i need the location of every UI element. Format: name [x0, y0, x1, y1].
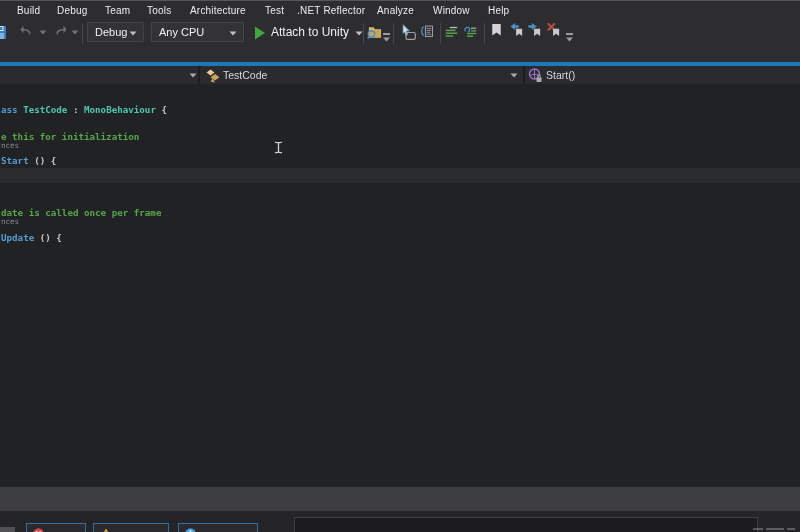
errors-filter-button[interactable] — [26, 523, 86, 532]
chevron-down-icon — [129, 31, 137, 36]
quick-info-icon[interactable] — [400, 24, 416, 40]
parameter-info-icon[interactable] — [420, 23, 434, 40]
undo-dropdown-icon[interactable] — [39, 30, 47, 35]
chevron-down-icon — [510, 73, 518, 78]
codelens-references: nces — [1, 141, 19, 150]
error-list-search-input[interactable] — [294, 517, 758, 532]
warning-icon — [100, 528, 112, 532]
redo-dropdown-icon[interactable] — [71, 30, 79, 35]
toolbar: Debug Any CPU Attach to Unity — [0, 19, 800, 49]
code-line: Update () { — [1, 231, 62, 244]
menu-item-architecture[interactable]: Architecture — [190, 2, 246, 19]
error-list-panel — [0, 511, 800, 532]
bottom-right-smudge — [753, 527, 797, 532]
class-icon — [206, 69, 220, 83]
comment-lines-icon[interactable] — [445, 24, 458, 40]
type-dropdown[interactable]: TestCode — [200, 66, 522, 85]
menu-item-analyze[interactable]: Analyze — [377, 2, 414, 19]
ibeam-cursor-icon — [273, 141, 284, 154]
code-line: ass TestCode : MonoBehaviour { — [1, 103, 167, 116]
messages-filter-button[interactable] — [178, 523, 258, 532]
scrollbar-corner-block — [0, 527, 15, 532]
toolbar-separator — [82, 23, 83, 44]
code-editor[interactable]: ass TestCode : MonoBehaviour {e this for… — [0, 84, 800, 487]
codelens-references: nces — [1, 217, 19, 226]
save-all-icon[interactable] — [0, 24, 8, 41]
menu-item-build[interactable]: Build — [17, 2, 40, 19]
message-icon — [185, 528, 196, 532]
toolbar-separator — [484, 23, 485, 44]
undo-icon[interactable] — [20, 24, 35, 39]
menu-item-net-reflector[interactable]: .NET Reflector — [297, 2, 365, 19]
menu-bar: BuildDebugTeamToolsArchitectureTest.NET … — [0, 2, 800, 19]
member-dropdown-value: Start() — [546, 69, 575, 82]
menu-item-team[interactable]: Team — [105, 2, 130, 19]
type-dropdown-value: TestCode — [223, 69, 267, 82]
redo-icon[interactable] — [52, 24, 67, 39]
solution-configuration-dropdown[interactable]: Debug — [87, 22, 144, 42]
toggle-bookmark-icon[interactable] — [491, 23, 502, 37]
attach-dropdown-icon[interactable] — [355, 31, 363, 36]
horizontal-scrollbar-band[interactable] — [0, 487, 800, 511]
navigation-bar: TestCode Start() — [0, 66, 800, 84]
find-options-dropdown-icon[interactable] — [382, 33, 391, 42]
toolbar-separator — [363, 23, 364, 44]
menu-item-test[interactable]: Test — [265, 2, 284, 19]
code-area: ass TestCode : MonoBehaviour {e this for… — [0, 84, 800, 487]
previous-bookmark-icon[interactable] — [510, 22, 523, 37]
project-dropdown[interactable] — [0, 66, 197, 85]
member-dropdown[interactable]: Start() — [525, 66, 800, 85]
menu-item-window[interactable]: Window — [433, 2, 470, 19]
visual-studio-window: BuildDebugTeamToolsArchitectureTest.NET … — [0, 0, 800, 532]
menu-item-tools[interactable]: Tools — [147, 2, 171, 19]
code-line: date is called once per frame — [1, 206, 161, 219]
solution-platform-value: Any CPU — [159, 26, 204, 38]
solution-configuration-value: Debug — [95, 26, 127, 38]
window-chrome: BuildDebugTeamToolsArchitectureTest.NET … — [0, 0, 800, 62]
code-line: Start () { — [1, 154, 56, 167]
find-in-files-icon[interactable] — [367, 24, 382, 40]
private-method-icon — [528, 68, 543, 83]
uncomment-lines-icon[interactable] — [464, 24, 477, 40]
menu-item-help[interactable]: Help — [488, 2, 509, 19]
warnings-filter-button[interactable] — [93, 523, 169, 532]
clear-bookmarks-icon[interactable] — [547, 22, 560, 37]
chevron-down-icon — [189, 73, 197, 78]
run-play-icon — [254, 26, 266, 40]
toolbar-overflow-icon[interactable] — [565, 33, 574, 42]
next-bookmark-icon[interactable] — [528, 22, 541, 37]
solution-platform-dropdown[interactable]: Any CPU — [151, 22, 244, 42]
error-icon — [33, 528, 44, 532]
toolbar-separator — [393, 23, 394, 44]
menu-item-debug[interactable]: Debug — [57, 2, 87, 19]
toolbar-separator — [440, 23, 441, 44]
attach-to-unity-label: Attach to Unity — [271, 25, 349, 39]
chevron-down-icon — [229, 31, 237, 36]
code-line: e this for initialization — [1, 130, 139, 143]
